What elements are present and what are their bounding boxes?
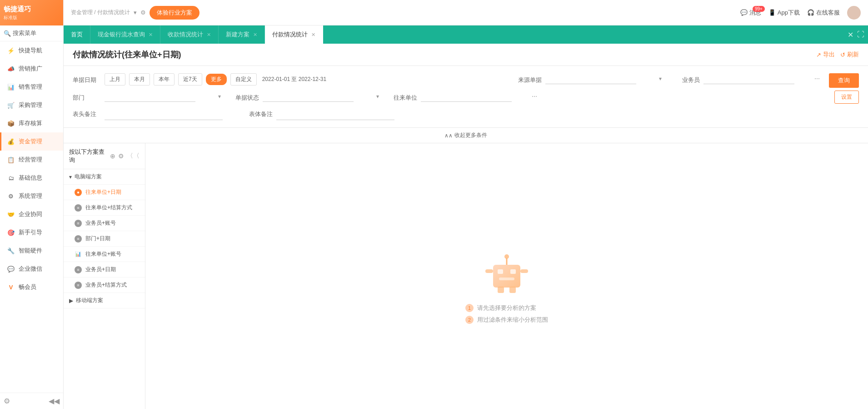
svg-rect-0 [493,265,520,288]
staff-label: 业务员 [663,73,700,84]
tab-bank[interactable]: 现金银行流水查询 ✕ [90,25,160,44]
query-button[interactable]: 查询 [829,73,859,88]
scheme-item-label: 部门+日期 [85,235,110,242]
date-btn-this-month[interactable]: 本月 [129,73,150,86]
marketing-icon: 📣 [7,65,15,73]
page-title: 付款情况统计(往来单位+日期) [73,49,181,60]
dept-select[interactable] [105,91,195,102]
purchase-icon: 🛒 [7,101,15,109]
scheme-item-label: 业务员+结算方式 [85,281,127,289]
date-btn-custom[interactable]: 自定义 [230,73,257,86]
scheme-section-mobile-header[interactable]: ▶ 移动端方案 [64,293,145,308]
scheme-collapse-icon[interactable]: 〈〈 [127,152,140,160]
collapse-sidebar-icon[interactable]: ◀◀ [49,397,60,405]
scheme-panel-header: 按以下方案查询 ⊕ ⚙ 〈〈 [64,143,145,169]
tab-bank-close[interactable]: ✕ [149,32,153,38]
breadcrumb-dropdown-icon[interactable]: ▾ [134,9,137,16]
source-select[interactable] [545,73,636,84]
topbar-gear-icon[interactable]: ⚙ [140,9,146,16]
tab-payments-close[interactable]: ✕ [311,32,315,38]
sidebar-search-label: 搜索菜单 [13,29,36,37]
dept-select-arrow-icon: ▾ [218,93,221,100]
svg-rect-1 [498,269,503,274]
tab-home[interactable]: 首页 [64,25,90,44]
date-btn-this-year[interactable]: 本年 [154,73,175,86]
sidebar-item-label: 资金管理 [19,137,42,146]
tab-payments[interactable]: 付款情况统计 ✕ [265,25,323,44]
sidebar-search[interactable]: 🔍 搜索菜单 [0,25,63,41]
sidebar-item-hardware[interactable]: 🔧 智能硬件 [0,242,63,260]
scheme-item-counterpart-settle[interactable]: ≡ 往来单位+结算方式 [64,200,145,216]
scheme-item-icon-gray1: ≡ [75,204,82,212]
sidebar-item-capital[interactable]: 💰 资金管理 [0,132,63,151]
body-note-input[interactable] [276,107,394,120]
settings-icon[interactable]: ⚙ [4,397,10,405]
collapse-button[interactable]: ∧∧ 收起更多条件 [444,131,487,139]
header-note-input[interactable] [105,107,223,120]
scheme-section-desktop-header[interactable]: ▾ 电脑端方案 [64,169,145,185]
sidebar-item-system[interactable]: ⚙ 系统管理 [0,187,63,205]
sidebar: 畅捷通巧 标准版 🔍 搜索菜单 ⚡ 快捷导航 📣 营销推广 📊 销售管理 🛒 [0,0,64,409]
scheme-item-counterpart-account[interactable]: 📊 往来单位+账号 [64,247,145,262]
scheme-item-dept-date[interactable]: ≡ 部门+日期 [64,231,145,247]
tab-new-scheme[interactable]: 新建方案 ✕ [219,25,265,44]
filter-row-1: 单据日期 上月 本月 本年 近7天 更多 自定义 2022-01-01 至 20… [73,73,822,86]
trial-button[interactable]: 体验行业方案 [150,6,200,20]
tab-fullscreen-icon[interactable]: ⛶ [857,30,864,39]
sidebar-item-enterprise[interactable]: 🤝 企业协同 [0,205,63,223]
export-button[interactable]: ↗ 导出 [816,50,835,59]
filter-row-3: 表头备注 表体备注 [73,107,822,120]
sidebar-item-operations[interactable]: 📋 经营管理 [0,151,63,169]
doc-status-select[interactable] [263,91,354,102]
message-badge: 99+ [753,6,765,12]
user-avatar[interactable] [847,6,861,20]
sidebar-item-basic-info[interactable]: 🗂 基础信息 [0,169,63,187]
sidebar-item-inventory[interactable]: 📦 库存核算 [0,114,63,132]
scheme-item-staff-settle[interactable]: ≡ 业务员+结算方式 [64,278,145,293]
tab-new-scheme-close[interactable]: ✕ [253,32,257,38]
svg-rect-2 [510,269,516,274]
app-icon: 📱 [768,9,776,16]
message-button[interactable]: 💬 消息 99+ [740,9,761,17]
sidebar-nav: ⚡ 快捷导航 📣 营销推广 📊 销售管理 🛒 采购管理 📦 库存核算 💰 [0,41,63,393]
header-note-label: 表头备注 [73,107,105,118]
svg-point-5 [504,254,509,259]
sales-icon: 📊 [7,83,15,91]
app-download-button[interactable]: 📱 App下载 [768,9,800,17]
hardware-icon: 🔧 [7,247,15,255]
sidebar-item-vip[interactable]: V 畅会员 [0,278,63,296]
scheme-item-icon-gray4: ≡ [75,266,82,273]
refresh-button[interactable]: ↺ 刷新 [840,50,859,59]
basic-info-icon: 🗂 [7,174,15,182]
export-label: 导出 [823,50,835,59]
service-icon: 🎧 [807,9,814,16]
date-btn-7days[interactable]: 近7天 [178,73,202,86]
hint-num-2: 2 [465,316,474,324]
scheme-item-staff-date[interactable]: ≡ 业务员+日期 [64,262,145,278]
staff-select[interactable] [703,73,794,84]
scheme-item-staff-account[interactable]: ≡ 业务员+账号 [64,216,145,231]
sidebar-item-guide[interactable]: 🎯 新手引导 [0,223,63,242]
sidebar-item-purchase[interactable]: 🛒 采购管理 [0,96,63,114]
tab-close-all-icon[interactable]: ✕ [848,30,853,39]
counterpart-select[interactable] [421,91,512,102]
tab-receipts[interactable]: 收款情况统计 ✕ [160,25,219,44]
tab-bank-label: 现金银行流水查询 [98,30,145,39]
weixin-icon: 💬 [7,265,15,273]
scheme-settings-icon[interactable]: ⚙ [118,152,124,160]
online-service-button[interactable]: 🎧 在线客服 [807,9,840,17]
scheme-add-icon[interactable]: ⊕ [110,152,115,160]
scheme-item-label: 业务员+账号 [85,219,116,227]
enterprise-icon: 🤝 [7,210,15,218]
date-btn-last-month[interactable]: 上月 [105,73,125,86]
date-btn-more[interactable]: 更多 [206,74,227,85]
sidebar-item-quick-nav[interactable]: ⚡ 快捷导航 [0,41,63,60]
sidebar-item-sales[interactable]: 📊 销售管理 [0,78,63,96]
tab-receipts-close[interactable]: ✕ [207,32,211,38]
scheme-item-counterpart-date[interactable]: ● 往来单位+日期 [64,185,145,200]
settings-button[interactable]: 设置 [834,91,859,104]
sidebar-item-weixin[interactable]: 💬 企业微信 [0,260,63,278]
page-header-actions: ↗ 导出 ↺ 刷新 [816,50,859,59]
sidebar-item-marketing[interactable]: 📣 营销推广 [0,60,63,78]
data-area: 1 请先选择要分析的方案 2 用过滤条件来缩小分析范围 [145,143,868,409]
